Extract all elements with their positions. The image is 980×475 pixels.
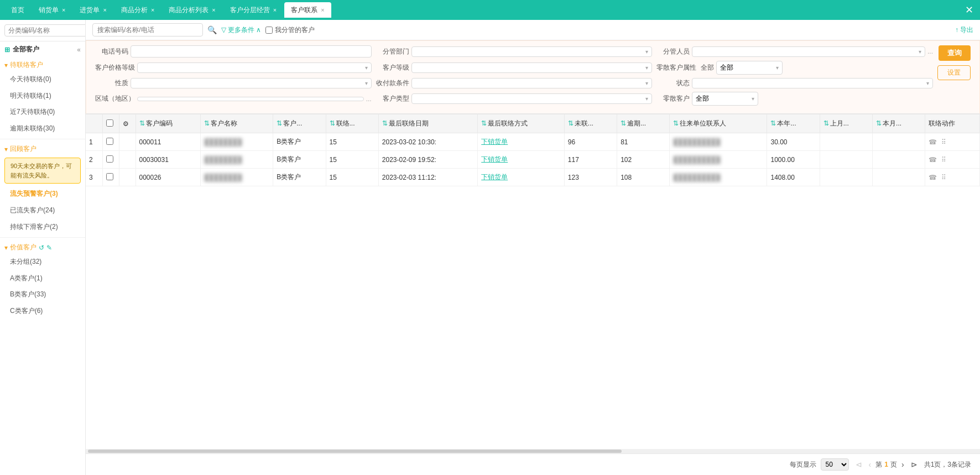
cell-overdue: 102	[617, 151, 670, 169]
per-page-select[interactable]: 50 100 200	[821, 458, 849, 471]
tab-product-analysis[interactable]: 商品分析 ×	[114, 2, 161, 18]
filter-select-scattered-customer[interactable]: 全部 ▾	[692, 92, 758, 106]
sidebar-item-today-pending[interactable]: 今天待联络(0)	[0, 71, 85, 88]
contact-action-icon[interactable]: ☎	[929, 156, 937, 164]
tab-customer-contact[interactable]: 客户联系 ×	[284, 2, 331, 18]
tab-purchase-order[interactable]: 进货单 ×	[73, 2, 113, 18]
select-all-checkbox[interactable]	[106, 119, 113, 127]
scrollbar-thumb[interactable]	[88, 450, 622, 453]
sidebar-item-overdue-pending[interactable]: 逾期未联络(30)	[0, 121, 85, 137]
filter-select-scattered-attr[interactable]: 全部 ▾	[716, 61, 783, 75]
col-contact[interactable]: ⇅联络...	[326, 114, 378, 133]
sort-icon-last-method: ⇅	[481, 119, 487, 127]
search-input[interactable]	[92, 23, 203, 36]
tab-sales-order-close[interactable]: ×	[62, 7, 65, 13]
tab-customer-contact-close[interactable]: ×	[321, 7, 324, 13]
sort-icon-this-year: ⇅	[770, 119, 776, 127]
query-button[interactable]: 查询	[939, 45, 971, 61]
filter-select-dept[interactable]: ▾	[411, 46, 653, 57]
refresh-icon[interactable]: ↺	[39, 244, 44, 252]
sidebar-item-tomorrow-pending[interactable]: 明天待联络(1)	[0, 88, 85, 105]
filter-select-price-level[interactable]: ▾	[137, 62, 372, 73]
first-page-btn[interactable]: ⊲	[853, 459, 864, 470]
contact-action-icon[interactable]: ☎	[929, 138, 937, 146]
settings-button[interactable]: 设置	[937, 65, 971, 80]
col-name[interactable]: ⇅客户名称	[201, 114, 273, 133]
search-button[interactable]: 🔍	[207, 25, 217, 34]
sidebar-search-area: 🔍	[0, 20, 85, 41]
tab-purchase-order-close[interactable]: ×	[103, 7, 106, 13]
row-checkbox[interactable]	[106, 155, 113, 163]
tab-product-analysis-list[interactable]: 商品分析列表 ×	[162, 2, 222, 18]
sidebar-item-churned[interactable]: 已流失客户(24)	[0, 202, 85, 219]
filter-select-customer-type[interactable]: ▾	[411, 93, 653, 104]
contact-method-link[interactable]: 下销货单	[481, 138, 508, 145]
more-action-icon[interactable]: ⠿	[941, 156, 946, 164]
tab-product-analysis-close[interactable]: ×	[151, 7, 154, 13]
col-unit-contact[interactable]: ⇅往来单位联系人	[670, 114, 767, 133]
tab-sales-order[interactable]: 销货单 ×	[32, 2, 72, 18]
tab-customer-layered[interactable]: 客户分层经营 ×	[223, 2, 283, 18]
col-type[interactable]: ⇅客户...	[273, 114, 326, 133]
col-code[interactable]: ⇅客户编码	[135, 114, 201, 133]
cell-last-method[interactable]: 下销货单	[478, 169, 565, 186]
more-conditions-btn[interactable]: ▽ 更多条件 ∧	[221, 25, 261, 35]
filter-input-phone[interactable]	[131, 45, 372, 58]
more-action-icon[interactable]: ⠿	[941, 138, 946, 146]
cell-last-method[interactable]: 下销货单	[478, 151, 565, 169]
edit-icon[interactable]: ✎	[46, 244, 52, 252]
tab-home[interactable]: 首页	[4, 2, 31, 18]
filter-select-region[interactable]	[137, 97, 364, 101]
sort-icon-this-month: ⇅	[876, 119, 882, 127]
sidebar-item-ungrouped[interactable]: 未分组(32)	[0, 254, 85, 270]
col-last-date[interactable]: ⇅最后联络日期	[378, 114, 477, 133]
tab-customer-layered-close[interactable]: ×	[273, 7, 277, 13]
my-customers-checkbox-label[interactable]: 我分管的客户	[265, 25, 315, 35]
col-checkbox[interactable]	[102, 114, 119, 133]
cell-checkbox[interactable]	[102, 133, 119, 151]
row-checkbox[interactable]	[106, 173, 113, 180]
sidebar-search-input[interactable]	[4, 24, 86, 36]
cell-last-method[interactable]: 下销货单	[478, 133, 565, 151]
filter-select-payment[interactable]: ▾	[411, 78, 653, 88]
window-close-btn[interactable]: ✕	[963, 2, 976, 18]
sidebar-item-7days-pending[interactable]: 近7天待联络(0)	[0, 104, 85, 121]
chevron-down-icon-11: ▾	[752, 96, 754, 102]
filter-select-status[interactable]: ▾	[692, 78, 933, 88]
tab-product-analysis-list-close[interactable]: ×	[212, 7, 215, 13]
col-uncontacted[interactable]: ⇅未联...	[564, 114, 617, 133]
row-checkbox[interactable]	[106, 138, 113, 145]
cell-checkbox[interactable]	[102, 169, 119, 186]
sidebar-item-classC[interactable]: C类客户(6)	[0, 303, 85, 320]
col-this-month[interactable]: ⇅本月...	[873, 114, 925, 133]
next-page-btn[interactable]: ›	[899, 459, 906, 470]
col-overdue[interactable]: ⇅逾期...	[617, 114, 670, 133]
filter-select-nature[interactable]: ▾	[131, 78, 372, 88]
contact-action-icon[interactable]: ☎	[929, 174, 937, 181]
sidebar-item-churn-warning[interactable]: 流失预警客户(3)	[0, 186, 85, 202]
col-this-year[interactable]: ⇅本年...	[767, 114, 820, 133]
filter-select-manager[interactable]: ▾	[692, 46, 925, 57]
prev-page-btn[interactable]: ‹	[867, 459, 874, 470]
sidebar-section-value[interactable]: ▾ 价值客户 ↺ ✎	[0, 240, 85, 254]
more-action-icon[interactable]: ⠿	[941, 174, 946, 181]
sidebar-item-declining[interactable]: 持续下滑客户(2)	[0, 219, 85, 236]
sidebar-all-customers[interactable]: ⊞ 全部客户 «	[0, 41, 85, 58]
cell-checkbox[interactable]	[102, 151, 119, 169]
sidebar-item-classB[interactable]: B类客户(33)	[0, 286, 85, 303]
filter-dots-1[interactable]: ...	[927, 48, 933, 55]
my-customers-checkbox[interactable]	[265, 27, 273, 34]
sidebar-section-review[interactable]: ▾ 回顾客户	[0, 142, 85, 155]
col-last-month[interactable]: ⇅上月...	[820, 114, 872, 133]
filter-dots-2[interactable]: ...	[366, 95, 372, 103]
last-page-btn[interactable]: ⊳	[909, 459, 920, 470]
contact-method-link[interactable]: 下销货单	[481, 173, 508, 181]
col-settings[interactable]: ⚙	[119, 114, 135, 133]
sidebar-item-classA[interactable]: A类客户(1)	[0, 270, 85, 287]
horizontal-scrollbar[interactable]	[86, 449, 980, 453]
col-last-method[interactable]: ⇅最后联络方式	[478, 114, 565, 133]
sidebar-section-pending[interactable]: ▾ 待联络客户	[0, 58, 85, 71]
contact-method-link[interactable]: 下销货单	[481, 155, 508, 163]
export-btn[interactable]: ↑ 导出	[955, 25, 973, 35]
filter-select-customer-level[interactable]: ▾	[411, 62, 653, 73]
